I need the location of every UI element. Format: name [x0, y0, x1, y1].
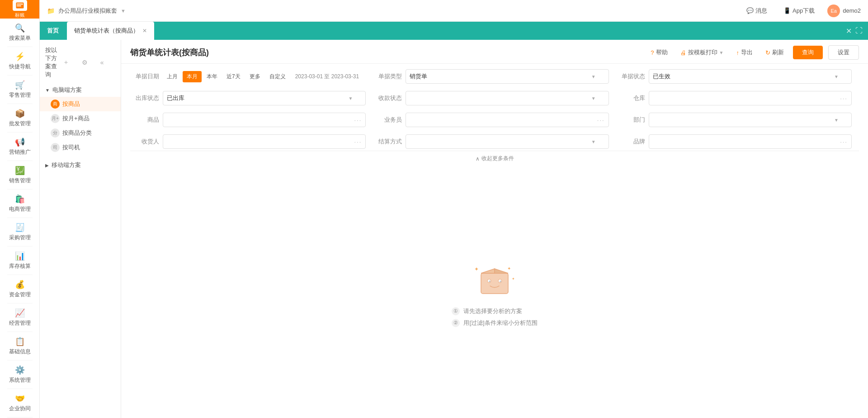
app-logo[interactable]: 标账: [0, 0, 40, 19]
sidebar-item-purchase[interactable]: 🧾采购管理: [7, 218, 33, 247]
sidebar-item-marketing[interactable]: 📢营销推广: [7, 133, 33, 161]
purchase-label: 采购管理: [9, 234, 31, 242]
app-download-btn[interactable]: 📱 App下载: [780, 5, 818, 17]
sidebar-item-system[interactable]: ⚙️系统管理: [7, 361, 33, 389]
sidebar: 标账 🔍搜索菜单⚡快捷导航🛒零售管理📦批发管理📢营销推广💹销售管理🛍️电商管理🧾…: [0, 0, 40, 418]
outstatus-chevron: ▼: [348, 96, 353, 101]
filter-row-4: 收货人 ··· 结算方式 ▼: [130, 133, 859, 151]
sidebar-item-quicknav[interactable]: ⚡快捷导航: [7, 47, 33, 76]
tab-maximize-action[interactable]: ⛶: [855, 27, 863, 35]
refresh-icon: ↻: [765, 49, 770, 56]
empty-tips: ① 请先选择要分析的方案 ② 用[过滤]条件来缩小分析范围: [452, 307, 537, 327]
receiver-input[interactable]: ···: [163, 134, 366, 149]
tip-num-1: ①: [452, 307, 460, 315]
payment-chevron: ▼: [591, 96, 596, 101]
inventory-label: 库存核算: [9, 262, 31, 270]
date-tab-本月[interactable]: 本月: [183, 71, 202, 82]
filter-section: 单据日期 上月本月本年近7天更多自定义 2023-03-01 至 2023-03…: [121, 64, 868, 166]
help-btn[interactable]: ? 帮助: [647, 47, 671, 58]
scheme-group-header-pc[interactable]: ▼电脑端方案: [40, 83, 121, 97]
enterprise-label: 企业协同: [9, 405, 31, 413]
filter-outstatus-label: 出库状态: [130, 94, 163, 102]
refresh-label: 刷新: [772, 48, 784, 57]
inventory-icon: 📊: [15, 251, 25, 261]
filter-doctype-label: 单据类型: [373, 72, 406, 81]
scheme-item-by-product[interactable]: 商 按商品: [40, 97, 121, 111]
tab-close-action[interactable]: ✕: [846, 27, 852, 35]
sidebar-item-wholesale[interactable]: 📦批发管理: [7, 104, 33, 133]
add-scheme-btn[interactable]: ＋: [62, 57, 78, 67]
settings-btn[interactable]: 设置: [828, 45, 859, 60]
docstatus-chevron: ▼: [834, 74, 839, 79]
scheme-settings-btn[interactable]: ⚙: [81, 58, 97, 67]
sidebar-item-finance[interactable]: 💰资金管理: [7, 275, 33, 304]
filter-docstatus-input[interactable]: 已生效 ▼: [649, 69, 852, 84]
date-tab-上月[interactable]: 上月: [163, 71, 182, 82]
scheme-item-by-month-product[interactable]: 月+ 按月+商品: [40, 111, 121, 126]
arrow-mobile: ▶: [45, 163, 49, 168]
tab-close-icon[interactable]: ✕: [142, 28, 147, 34]
dept-select[interactable]: ▼: [649, 113, 852, 127]
scheme-label-by-machine: 按司机: [62, 143, 80, 152]
docstatus-select[interactable]: 已生效 ▼: [649, 69, 852, 84]
message-btn[interactable]: 💬 消息: [743, 5, 771, 17]
user-menu[interactable]: Ea demo2: [827, 5, 861, 17]
quicknav-label: 快捷导航: [9, 63, 31, 71]
docstatus-value: 已生效: [653, 72, 670, 81]
sidebar-item-operation[interactable]: 📈经营管理: [7, 304, 33, 332]
date-tab-更多[interactable]: 更多: [245, 71, 264, 82]
brand-dots: ···: [840, 138, 848, 145]
breadcrumb-text: 办公用品行业模拟账套: [58, 7, 117, 15]
sidebar-item-retail[interactable]: 🛒零售管理: [7, 76, 33, 104]
receiver-dots: ···: [354, 138, 362, 145]
scheme-item-by-category[interactable]: 分 按商品分类: [40, 126, 121, 140]
refresh-btn[interactable]: ↻ 刷新: [762, 47, 788, 58]
search-label: 搜索菜单: [9, 34, 31, 42]
filter-dept-label: 部门: [616, 116, 649, 124]
date-tab-本年[interactable]: 本年: [203, 71, 222, 82]
product-input[interactable]: ···: [163, 113, 366, 127]
doctype-select[interactable]: 销货单 ▼: [406, 69, 609, 84]
tab-sales-stat[interactable]: 销货单统计表（按商品） ✕: [67, 22, 154, 40]
payment-select[interactable]: ▼: [406, 91, 609, 105]
query-btn[interactable]: 查询: [793, 46, 823, 59]
print-btn[interactable]: 🖨 按模板打印 ▼: [677, 47, 727, 58]
export-btn[interactable]: ↑ 导出: [733, 47, 757, 58]
search-icon: 🔍: [15, 23, 25, 33]
warehouse-input[interactable]: ···: [649, 91, 852, 105]
filter-row-2: 出库状态 已出库 ▼ 收款状态: [130, 89, 859, 107]
sidebar-item-search[interactable]: 🔍搜索菜单: [7, 19, 33, 47]
marketing-label: 营销推广: [9, 148, 31, 156]
collapse-bar[interactable]: ∧ 收起更多条件: [130, 151, 859, 166]
sidebar-item-inventory[interactable]: 📊库存核算: [7, 247, 33, 275]
filter-doctype-cell: 单据类型 销货单 ▼: [373, 67, 616, 86]
sidebar-item-enterprise[interactable]: 🤝企业协同: [7, 389, 33, 418]
settlement-select[interactable]: ▼: [406, 134, 609, 149]
system-icon: ⚙️: [15, 365, 25, 375]
filter-doctype-input[interactable]: 销货单 ▼: [406, 69, 609, 84]
system-label: 系统管理: [9, 376, 31, 384]
tab-home[interactable]: 首页: [40, 22, 66, 40]
collapse-panel-btn[interactable]: «: [99, 58, 115, 67]
salesman-input[interactable]: ···: [406, 113, 609, 127]
sidebar-item-ecommerce[interactable]: 🛍️电商管理: [7, 190, 33, 218]
wholesale-icon: 📦: [15, 109, 25, 119]
outstatus-select[interactable]: 已出库 ▼: [163, 91, 366, 105]
header-right: 💬 消息 📱 App下载 Ea demo2: [743, 5, 861, 17]
scheme-group-header-mobile[interactable]: ▶移动端方案: [40, 158, 121, 172]
scheme-item-by-machine[interactable]: 司 按司机: [40, 140, 121, 155]
collapse-up-icon: ∧: [476, 156, 480, 162]
outstatus-value: 已出库: [167, 94, 184, 102]
product-dots: ···: [354, 117, 362, 124]
help-label: 帮助: [656, 48, 668, 57]
svg-text:✦: ✦: [507, 266, 511, 271]
date-tab-近7天[interactable]: 近7天: [222, 71, 245, 82]
left-panel-header: 按以下方案查询 ＋ ⚙ «: [40, 43, 121, 81]
date-tab-自定义[interactable]: 自定义: [265, 71, 290, 82]
sidebar-item-sales[interactable]: 💹销售管理: [7, 161, 33, 190]
scheme-group-mobile: ▶移动端方案: [40, 157, 121, 174]
enterprise-icon: 🤝: [15, 394, 25, 404]
brand-input[interactable]: ···: [649, 134, 852, 149]
settlement-chevron: ▼: [591, 139, 596, 144]
sidebar-item-basic[interactable]: 📋基础信息: [7, 332, 33, 361]
